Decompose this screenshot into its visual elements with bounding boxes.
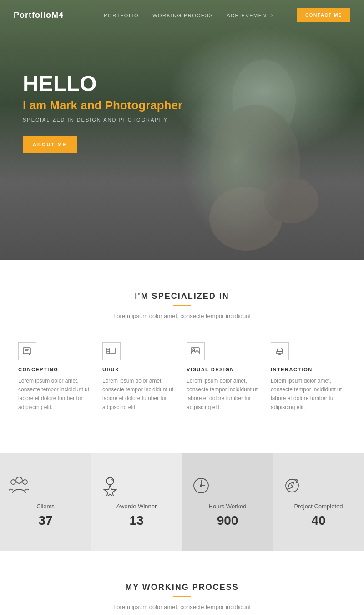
stats-section: Clients 37 Aworde Winner 13 Hours Worked…: [0, 453, 364, 551]
svg-rect-13: [276, 352, 283, 353]
hero-subtitle: I am Mark and Photographer: [23, 98, 182, 113]
interaction-icon: [271, 342, 289, 360]
skills-grid: CONCEPTING Lorem ipsum dolor amet, conse…: [18, 342, 346, 412]
hero-specialized: SPECIALIZED IN DESIGN AND PHOTOGRAPHY: [23, 117, 182, 123]
stat-awards-value: 13: [100, 513, 173, 528]
stat-hours-label: Hours Worked: [191, 503, 264, 510]
skill-uiux-title: UI/UX: [102, 367, 177, 372]
svg-point-3: [264, 178, 318, 223]
skill-visual-desc: Lorem ipsum dolor amet, consecte tempor …: [187, 377, 262, 412]
hero-content: HELLO I am Mark and Photographer SPECIAL…: [23, 73, 182, 153]
process-subtitle: Lorem ipsum dolor amet, consecte tempor …: [18, 604, 346, 610]
skill-interaction-title: INTERACTION: [271, 367, 346, 372]
awards-icon: [100, 476, 173, 496]
process-title: MY WORKING PROCESS: [18, 583, 346, 592]
projects-icon: [282, 476, 355, 496]
process-underline: [173, 596, 191, 597]
skill-interaction-desc: Lorem ipsum dolor amet, consecte tempor …: [271, 377, 346, 412]
svg-point-17: [23, 480, 27, 484]
nav-link-portfolio[interactable]: PORTFOLIO: [104, 13, 139, 18]
stat-projects-label: Project Completed: [282, 503, 355, 510]
nav-link-process[interactable]: WORKING PROCESS: [152, 13, 213, 18]
stat-hours-value: 900: [191, 513, 264, 528]
svg-rect-7: [107, 348, 115, 354]
uiux-icon: [102, 342, 121, 360]
svg-point-18: [11, 480, 15, 484]
hero-hello: HELLO: [23, 73, 182, 95]
specialized-section: I'M SPECIALIZED IN Lorem ipsum dolor ame…: [0, 260, 364, 439]
svg-point-23: [200, 485, 202, 487]
skill-visual-title: VISUAL DESIGN: [187, 367, 262, 372]
stat-clients-value: 37: [9, 513, 82, 528]
hero-subtitle-plain: I am Mark and: [23, 98, 105, 112]
stat-awards-label: Aworde Winner: [100, 503, 173, 510]
nav-links: PORTFOLIO WORKING PROCESS ACHIEVEMENTS C…: [104, 8, 350, 22]
contact-button[interactable]: CONTACT ME: [297, 8, 350, 22]
process-section: MY WORKING PROCESS Lorem ipsum dolor ame…: [0, 551, 364, 615]
stat-clients: Clients 37: [0, 453, 91, 551]
clients-icon: [9, 476, 82, 496]
skill-uiux: UI/UX Lorem ipsum dolor amet, consecte t…: [102, 342, 177, 412]
svg-rect-11: [191, 348, 199, 354]
svg-point-16: [16, 477, 22, 483]
nav-link-achievements[interactable]: ACHIEVEMENTS: [227, 13, 274, 18]
skill-interaction: INTERACTION Lorem ipsum dolor amet, cons…: [271, 342, 346, 412]
specialized-title: I'M SPECIALIZED IN: [18, 292, 346, 301]
hero-subtitle-highlight: Photographer: [105, 98, 182, 112]
stat-projects-value: 40: [282, 513, 355, 528]
skill-concepting-title: CONCEPTING: [18, 367, 93, 372]
navbar: PortfolioM4 PORTFOLIO WORKING PROCESS AC…: [0, 0, 364, 31]
svg-point-19: [106, 477, 114, 485]
specialized-subtitle: Lorem ipsum dolor amet, consecte tempor …: [18, 313, 346, 319]
stat-projects: Project Completed 40: [273, 453, 364, 551]
skill-concepting-desc: Lorem ipsum dolor amet, consecte tempor …: [18, 377, 93, 412]
visual-icon: [187, 342, 205, 360]
hours-icon: [191, 476, 264, 496]
stat-hours: Hours Worked 900: [182, 453, 273, 551]
stat-awards: Aworde Winner 13: [91, 453, 182, 551]
stat-clients-label: Clients: [9, 503, 82, 510]
about-me-button[interactable]: ABOUT ME: [23, 136, 77, 153]
specialized-underline: [173, 305, 191, 306]
skill-uiux-desc: Lorem ipsum dolor amet, consecte tempor …: [102, 377, 177, 412]
svg-line-25: [291, 485, 292, 486]
concepting-icon: [18, 342, 36, 360]
nav-logo[interactable]: PortfolioM4: [14, 10, 104, 20]
hero-section: HELLO I am Mark and Photographer SPECIAL…: [0, 0, 364, 260]
skill-visual: VISUAL DESIGN Lorem ipsum dolor amet, co…: [187, 342, 262, 412]
skill-concepting: CONCEPTING Lorem ipsum dolor amet, conse…: [18, 342, 93, 412]
